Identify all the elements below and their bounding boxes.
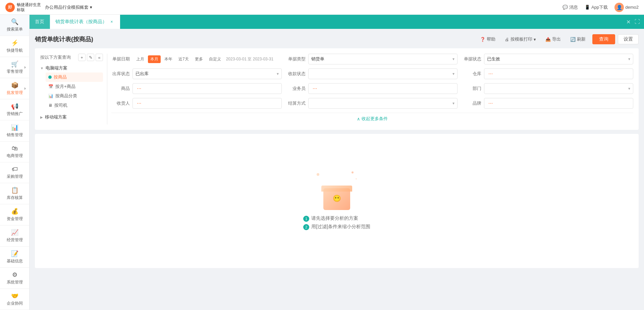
settlement-label: 结算方式 xyxy=(287,100,306,106)
sidebar-item-ecommerce-mgmt[interactable]: 🛍 电商管理 xyxy=(0,142,29,162)
filter-row-1: 单据日期 上月 本月 本年 近7天 更多 自定义 xyxy=(111,54,633,64)
app-download-button[interactable]: 📱 App下载 xyxy=(585,4,608,10)
doc-status-select[interactable]: 已生效 xyxy=(484,54,633,64)
sidebar-item-inventory-check[interactable]: 📋 库存核算 xyxy=(0,183,29,204)
collapse-icon: ∧ xyxy=(357,116,360,121)
salesperson-ellipsis-btn[interactable]: ··· xyxy=(311,86,318,92)
search-icon: 🔍 xyxy=(11,18,18,25)
salesperson-input[interactable]: ··· xyxy=(308,83,458,94)
period-7days[interactable]: 近7天 xyxy=(176,55,191,63)
scheme-group-mobile-header[interactable]: ▶ 移动端方案 xyxy=(40,113,103,121)
scheme-item-by-driver[interactable]: 🖥 按司机 xyxy=(46,101,103,110)
scheme-group-mobile: ▶ 移动端方案 xyxy=(40,113,103,121)
tab-sales-stats[interactable]: 销货单统计表（按商品） × xyxy=(50,15,120,29)
query-button[interactable]: 查询 xyxy=(592,34,615,44)
department-select[interactable] xyxy=(484,83,633,94)
warehouse-ellipsis-btn[interactable]: ··· xyxy=(487,71,494,77)
tab-spacer xyxy=(120,15,622,29)
quick-nav-icon: ⚡ xyxy=(11,39,18,47)
maximize-window-icon[interactable]: ⛶ xyxy=(635,19,640,25)
goods-input[interactable]: ··· xyxy=(132,83,282,94)
user-avatar[interactable]: 👤 demo2 xyxy=(614,3,639,12)
doc-type-select[interactable]: 销货单 xyxy=(308,54,458,64)
scheme-group-desktop: ▼ 电脑端方案 按商品 📅 按月+商品 xyxy=(40,64,103,110)
empty-tip-2: 2 用[过滤]条件来缩小分析范围 xyxy=(303,224,370,230)
filter-doc-type-field: 单据类型 销货单 xyxy=(287,54,458,64)
consignee-label: 收货人 xyxy=(111,100,130,106)
page-content: 销货单统计表(按商品) ❓ 帮助 🖨 按模板打印 ▾ 📤 导出 xyxy=(30,29,644,310)
wholesale-icon: 📦 xyxy=(11,82,18,89)
date-label: 单据日期 xyxy=(111,56,130,62)
department-label: 部门 xyxy=(463,86,481,92)
period-this-year[interactable]: 本年 xyxy=(162,55,175,63)
scheme-item-by-goods-category[interactable]: 📊 按商品分类 xyxy=(46,91,103,101)
sidebar-item-finance-mgmt[interactable]: 💰 资金管理 xyxy=(0,204,29,225)
sidebar-item-search-menu[interactable]: 🔍 搜索菜单 xyxy=(0,15,29,36)
sidebar-item-retail-mgmt[interactable]: 🛒 零售管理 xyxy=(0,57,29,78)
filter-row-3: 商品 ··· 业务员 ··· xyxy=(111,83,633,94)
page-actions: ❓ 帮助 🖨 按模板打印 ▾ 📤 导出 🔄 刷新 xyxy=(477,34,639,44)
star3 xyxy=(356,178,357,179)
sidebar-item-operation-mgmt[interactable]: 📈 经营管理 xyxy=(0,225,29,247)
page-title: 销货单统计表(按商品) xyxy=(35,35,93,43)
filter-layout: 按以下方案查询 + ✎ « ▼ 电脑端方案 xyxy=(40,54,633,124)
filter-goods-field: 商品 ··· xyxy=(111,83,282,94)
period-more[interactable]: 更多 xyxy=(193,55,205,63)
scheme-group-desktop-header[interactable]: ▼ 电脑端方案 xyxy=(40,64,103,72)
consignee-input[interactable]: ··· xyxy=(132,98,282,109)
export-button[interactable]: 📤 导出 xyxy=(543,35,564,44)
add-scheme-button[interactable]: + xyxy=(78,54,86,61)
scheme-title: 按以下方案查询 xyxy=(40,54,71,60)
receipt-status-select[interactable] xyxy=(308,68,458,79)
brand-input[interactable]: ··· xyxy=(484,98,633,109)
page-title-bar: 销货单统计表(按商品) ❓ 帮助 🖨 按模板打印 ▾ 📤 导出 xyxy=(35,34,639,44)
sidebar-item-enterprise-collab[interactable]: 🤝 企业协同 xyxy=(0,289,29,310)
settlement-select[interactable] xyxy=(308,98,458,109)
scheme-item-icon2: 📊 xyxy=(48,94,53,98)
filter-salesperson-field: 业务员 ··· xyxy=(287,83,458,94)
content-area: 首页 销货单统计表（按商品） × ✕ ⛶ 销货单统计表(按商品) ❓ 帮助 xyxy=(30,15,644,310)
message-button[interactable]: 💬 消息 xyxy=(562,4,578,10)
sidebar-item-wholesale-mgmt[interactable]: 📦 批发管理 xyxy=(0,78,29,99)
help-button[interactable]: ❓ 帮助 xyxy=(477,35,498,44)
warehouse-status-label: 出库状态 xyxy=(111,71,130,77)
date-period-btns: 上月 本月 本年 近7天 更多 自定义 xyxy=(134,55,223,63)
collab-icon: 🤝 xyxy=(11,292,18,300)
marketing-icon: 📢 xyxy=(11,103,18,110)
sidebar-item-quick-nav[interactable]: ⚡ 快捷导航 xyxy=(0,36,29,57)
sidebar-item-basic-info[interactable]: 📝 基础信息 xyxy=(0,247,29,268)
star2 xyxy=(352,171,354,173)
collapse-filter-button[interactable]: ∧ 收起更多条件 xyxy=(111,113,633,124)
workspace-selector[interactable]: 办公用品行业模拟账套 ▾ xyxy=(45,4,92,10)
period-custom[interactable]: 自定义 xyxy=(207,55,223,63)
filter-department-field: 部门 xyxy=(463,83,633,94)
tab-window-controls: ✕ ⛶ xyxy=(622,15,644,29)
period-last-month[interactable]: 上月 xyxy=(134,55,147,63)
filter-consignee-field: 收货人 ··· xyxy=(111,98,282,109)
close-window-icon[interactable]: ✕ xyxy=(626,19,631,25)
tab-close-button[interactable]: × xyxy=(109,19,114,24)
sidebar-item-system-mgmt[interactable]: ⚙ 系统管理 xyxy=(0,268,29,289)
sidebar-item-purchase-mgmt[interactable]: 🏷 采购管理 xyxy=(0,162,29,183)
sidebar-item-sales-mgmt[interactable]: 📊 销售管理 xyxy=(0,120,29,142)
chevron-down-icon: ▾ xyxy=(90,5,92,10)
print-button[interactable]: 🖨 按模板打印 ▾ xyxy=(502,35,539,44)
collapse-scheme-button[interactable]: « xyxy=(96,54,103,61)
refresh-button[interactable]: 🔄 刷新 xyxy=(568,35,588,44)
logo-area: 好 畅捷通好生意 标版 xyxy=(5,2,41,12)
goods-ellipsis-btn[interactable]: ··· xyxy=(136,86,143,92)
edit-scheme-button[interactable]: ✎ xyxy=(87,54,94,61)
brand-ellipsis-btn[interactable]: ··· xyxy=(487,100,494,106)
scheme-item-by-month-goods[interactable]: 📅 按月+商品 xyxy=(46,82,103,91)
tab-home[interactable]: 首页 xyxy=(30,15,50,29)
warehouse-status-select[interactable]: 已出库 xyxy=(132,68,282,79)
period-this-month[interactable]: 本月 xyxy=(148,55,161,63)
tab-bar: 首页 销货单统计表（按商品） × ✕ ⛶ xyxy=(30,15,644,29)
scheme-item-icon3: 🖥 xyxy=(48,103,52,108)
sidebar-item-marketing[interactable]: 📢 营销推广 xyxy=(0,99,29,120)
consignee-ellipsis-btn[interactable]: ··· xyxy=(136,100,143,106)
settings-button[interactable]: 设置 xyxy=(618,34,639,44)
scheme-item-by-goods[interactable]: 按商品 xyxy=(46,72,103,82)
warehouse-input[interactable]: ··· xyxy=(484,68,633,79)
receipt-status-label: 收款状态 xyxy=(287,71,306,77)
